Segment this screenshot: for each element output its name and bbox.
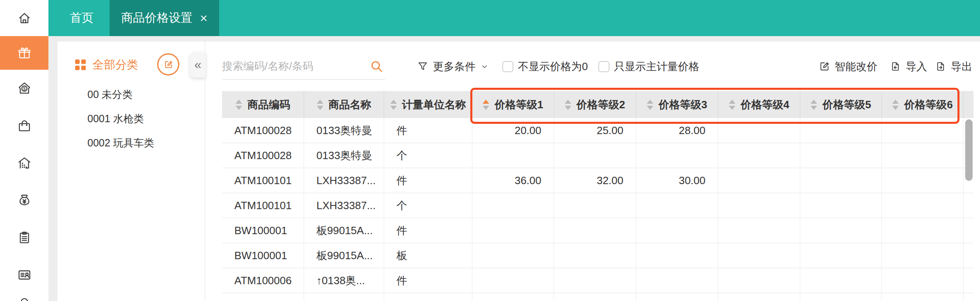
table-cell[interactable] (718, 118, 800, 143)
table-cell[interactable] (800, 193, 882, 218)
table-cell[interactable] (636, 218, 718, 243)
table-cell[interactable] (718, 243, 800, 268)
column-header-1[interactable]: 商品编码 (222, 91, 304, 118)
all-categories-label[interactable]: 全部分类 (92, 57, 138, 73)
table-cell[interactable]: 件 (384, 218, 472, 243)
table-cell[interactable]: LXH33387... (304, 168, 384, 193)
table-cell[interactable] (882, 143, 964, 168)
table-cell[interactable] (554, 143, 636, 168)
tab-product-price-settings[interactable]: 商品价格设置 × (110, 0, 219, 36)
table-cell[interactable]: 板 (384, 243, 472, 268)
table-cell[interactable] (554, 268, 636, 293)
column-header-7[interactable]: 价格等级4 (718, 91, 800, 118)
table-cell[interactable]: ATM100101 (222, 193, 304, 218)
more-conditions-dropdown[interactable]: 更多条件 (417, 53, 489, 80)
table-cell[interactable]: 30.00 (636, 168, 718, 193)
category-item-unclassified[interactable]: 00 未分类 (87, 82, 201, 107)
column-header-4[interactable]: 价格等级1 (472, 91, 554, 118)
table-cell[interactable] (718, 143, 800, 168)
table-cell[interactable] (636, 243, 718, 268)
table-cell[interactable]: 0133奥特曼 (304, 118, 384, 143)
table-cell[interactable] (554, 193, 636, 218)
table-cell[interactable]: 件 (384, 168, 472, 193)
column-header-9[interactable]: 价格等级6 (882, 91, 964, 118)
table-cell[interactable]: ATM100028 (222, 143, 304, 168)
sidebar-item-goods[interactable] (0, 36, 48, 70)
edit-categories-button[interactable] (157, 53, 179, 75)
table-cell[interactable] (636, 193, 718, 218)
table-cell[interactable] (472, 243, 554, 268)
table-cell[interactable] (800, 118, 882, 143)
smart-reprice-button[interactable]: 智能改价 (819, 53, 877, 80)
table-cell[interactable] (800, 243, 882, 268)
table-cell[interactable]: 件 (384, 268, 472, 293)
table-cell[interactable] (636, 143, 718, 168)
sidebar-item-home[interactable] (0, 0, 48, 36)
table-cell[interactable] (554, 243, 636, 268)
table-cell[interactable]: 36.00 (472, 168, 554, 193)
category-item-water-guns[interactable]: 0001 水枪类 (87, 107, 201, 131)
table-cell[interactable]: 20.00 (472, 118, 554, 143)
table-cell[interactable] (800, 268, 882, 293)
table-cell[interactable] (472, 193, 554, 218)
hide-zero-price-checkbox[interactable] (502, 61, 513, 72)
table-cell[interactable]: BW100001 (222, 243, 304, 268)
sidebar-item-warehouse[interactable] (0, 144, 48, 182)
table-cell[interactable] (472, 143, 554, 168)
table-cell[interactable]: 件 (384, 118, 472, 143)
table-cell[interactable] (718, 168, 800, 193)
main-unit-price-only-checkbox[interactable] (598, 61, 609, 72)
table-cell[interactable]: 板99015A... (304, 218, 384, 243)
import-button[interactable]: 导入 (890, 53, 927, 80)
table-cell[interactable] (718, 218, 800, 243)
table-cell[interactable] (800, 143, 882, 168)
table-cell[interactable]: LXH33387... (304, 193, 384, 218)
table-cell[interactable] (882, 193, 964, 218)
table-cell[interactable]: 0133奥特曼 (304, 143, 384, 168)
tab-close-icon[interactable]: × (200, 11, 208, 25)
table-cell[interactable] (882, 268, 964, 293)
table-row[interactable]: BW100001板99015A...件 (222, 218, 973, 243)
sidebar-item-orders[interactable] (0, 219, 48, 256)
column-header-5[interactable]: 价格等级2 (554, 91, 636, 118)
vertical-scrollbar-thumb[interactable] (965, 119, 973, 181)
table-cell[interactable] (554, 218, 636, 243)
column-header-2[interactable]: 商品名称 (304, 91, 384, 118)
table-cell[interactable]: 32.00 (554, 168, 636, 193)
table-cell[interactable] (636, 268, 718, 293)
export-button[interactable]: 导出 (935, 53, 972, 80)
search-icon[interactable] (370, 59, 383, 73)
table-row[interactable]: ATM100006↑0138奥...件 (222, 268, 973, 293)
table-cell[interactable]: 板99015A... (304, 243, 384, 268)
table-row[interactable]: BW100001板99015A...板 (222, 243, 973, 268)
column-header-3[interactable]: 计量单位名称 (384, 91, 472, 118)
hide-zero-price-checkbox-group[interactable]: 不显示价格为0 (502, 53, 588, 80)
table-cell[interactable] (718, 268, 800, 293)
table-cell[interactable] (472, 218, 554, 243)
sidebar-item-purchase[interactable] (0, 107, 48, 144)
table-cell[interactable] (472, 268, 554, 293)
column-header-6[interactable]: 价格等级3 (636, 91, 718, 118)
search-input[interactable] (222, 53, 385, 79)
table-row[interactable]: ATM100101LXH33387...件36.0032.0030.00 (222, 168, 973, 193)
collapse-panel-button[interactable]: « (190, 52, 206, 78)
table-cell[interactable]: ATM100006 (222, 268, 304, 293)
table-cell[interactable] (882, 118, 964, 143)
table-cell[interactable]: BW100001 (222, 218, 304, 243)
table-cell[interactable] (882, 218, 964, 243)
table-cell[interactable]: 个 (384, 193, 472, 218)
table-cell[interactable]: ATM100028 (222, 118, 304, 143)
table-cell[interactable]: ↑0138奥... (304, 268, 384, 293)
sidebar-item-customers[interactable] (0, 256, 48, 294)
tab-home[interactable]: 首页 (56, 0, 107, 36)
table-cell[interactable] (882, 243, 964, 268)
table-cell[interactable]: 25.00 (554, 118, 636, 143)
table-row[interactable]: ATM1000280133奥特曼个 (222, 143, 973, 168)
table-cell[interactable] (718, 193, 800, 218)
table-cell[interactable]: ATM100101 (222, 168, 304, 193)
main-unit-price-only-checkbox-group[interactable]: 只显示主计量价格 (598, 53, 699, 80)
table-row[interactable]: ATM100101LXH33387...个 (222, 193, 973, 218)
table-cell[interactable] (800, 168, 882, 193)
sidebar-item-sales[interactable]: $ (0, 70, 48, 107)
table-cell[interactable] (800, 218, 882, 243)
